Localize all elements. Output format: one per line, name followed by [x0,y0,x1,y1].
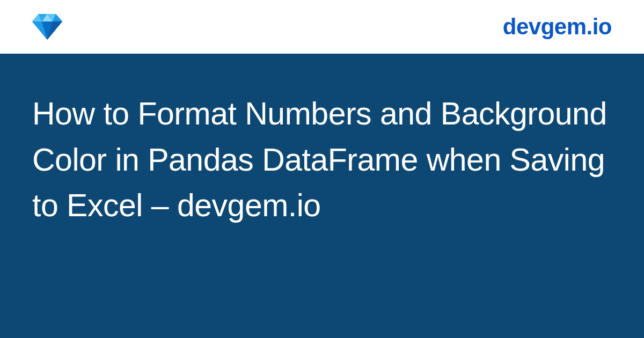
brand-name: devgem.io [503,14,612,40]
gem-icon [32,12,62,42]
page-title: How to Format Numbers and Background Col… [32,91,612,229]
content-area: How to Format Numbers and Background Col… [0,54,644,338]
header-bar: devgem.io [0,0,644,54]
